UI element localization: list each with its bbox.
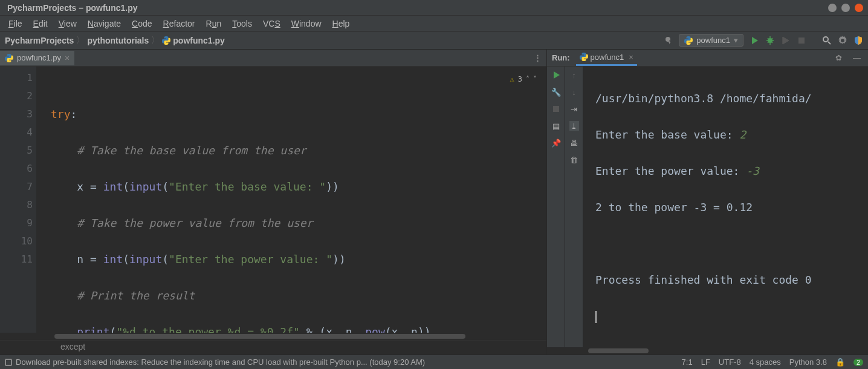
file-encoding[interactable]: UTF-8	[719, 358, 741, 367]
run-config-dropdown[interactable]: powfunc1 ▾	[679, 34, 743, 47]
run-coverage-icon[interactable]	[781, 36, 791, 45]
output-line: Enter the power value: -3	[595, 162, 866, 180]
run-title-label: Run:	[552, 53, 570, 62]
menu-file[interactable]: File	[5, 18, 26, 30]
status-text: Download pre-built shared indexes: Reduc…	[16, 358, 425, 367]
menu-view[interactable]: View	[55, 18, 80, 30]
run-tool-window: Run: powfunc1 × ✿ — 🔧 ▤ 📌 ↑ ↓	[546, 50, 868, 354]
hide-tool-window-icon[interactable]: —	[850, 53, 863, 62]
scroll-end-icon[interactable]: ⤓	[569, 121, 579, 131]
lock-icon[interactable]: 🔒	[835, 358, 845, 367]
pin-icon[interactable]: 📌	[551, 138, 561, 148]
window-controls	[828, 4, 863, 12]
print-icon[interactable]: 🖶	[569, 138, 579, 148]
rerun-icon[interactable]	[551, 70, 561, 80]
close-run-tab-icon[interactable]: ×	[629, 53, 633, 62]
svg-rect-3	[553, 106, 559, 112]
run-settings-gear-icon[interactable]: ✿	[833, 53, 844, 62]
context-crumb[interactable]: except	[60, 342, 85, 351]
close-tab-icon[interactable]: ×	[65, 53, 70, 63]
menu-refactor[interactable]: Refactor	[160, 18, 199, 30]
close-button[interactable]	[855, 4, 863, 12]
output-line	[595, 235, 866, 253]
next-highlight-icon[interactable]: ˅	[533, 70, 537, 88]
warning-count: 3	[518, 70, 522, 88]
output-line: Enter the base value: 2	[595, 126, 866, 144]
python-interpreter[interactable]: Python 3.8	[789, 358, 827, 367]
warning-icon: ⚠	[510, 70, 514, 88]
search-icon[interactable]	[822, 36, 832, 45]
line-number-gutter: 1 2 3 4 5 6 7 8 9 10 11	[0, 67, 36, 333]
svg-rect-1	[798, 38, 805, 44]
run-console-output[interactable]: /usr/bin/python3.8 /home/fahmida/ Enter …	[583, 67, 868, 347]
tabs-more-icon[interactable]: ⋮	[529, 53, 546, 62]
statusbar: Download pre-built shared indexes: Reduc…	[0, 354, 868, 369]
minimize-button[interactable]	[828, 4, 837, 12]
prev-highlight-icon[interactable]: ˄	[526, 70, 530, 88]
crumb-folder[interactable]: pythontutorials	[87, 36, 149, 45]
editor-context-footer: except	[0, 340, 546, 354]
trash-icon[interactable]: 🗑	[569, 155, 579, 165]
notifications-badge[interactable]: 2	[853, 359, 863, 366]
breadcrumb: PycharmProjects 〉 pythontutorials 〉 powf…	[5, 35, 663, 46]
editor-body[interactable]: 1 2 3 4 5 6 7 8 9 10 11 ⚠ 3 ˄ ˅ try: # T…	[0, 67, 546, 333]
soft-wrap-icon[interactable]: ⇥	[569, 104, 579, 114]
menu-help[interactable]: Help	[329, 18, 354, 30]
crumb-file[interactable]: powfunc1.py	[162, 36, 225, 45]
crumb-project[interactable]: PycharmProjects	[5, 36, 74, 45]
tab-filename: powfunc1.py	[17, 53, 61, 62]
run-toolbar-primary: 🔧 ▤ 📌	[547, 67, 565, 347]
editor-horizontal-scrollbar[interactable]	[0, 333, 546, 340]
menubar: File Edit View Navigate Code Refactor Ru…	[0, 16, 868, 31]
menu-code[interactable]: Code	[128, 18, 155, 30]
settings-gear-icon[interactable]	[838, 36, 847, 45]
code-area[interactable]: ⚠ 3 ˄ ˅ try: # Take the base value from …	[36, 67, 546, 333]
menu-vcs[interactable]: VCS	[259, 18, 284, 30]
navbar: PycharmProjects 〉 pythontutorials 〉 powf…	[0, 31, 868, 50]
titlebar: PycharmProjects – powfunc1.py	[0, 0, 868, 16]
run-icon[interactable]	[750, 36, 759, 45]
run-horizontal-scrollbar[interactable]	[583, 347, 868, 354]
toolbar-right: powfunc1 ▾	[663, 34, 863, 47]
crumb-file-name: powfunc1.py	[173, 36, 225, 45]
line-separator[interactable]: LF	[701, 358, 710, 367]
caret-position[interactable]: 7:1	[682, 358, 693, 367]
maximize-button[interactable]	[841, 4, 850, 12]
stop-icon[interactable]	[551, 104, 561, 114]
main-content: powfunc1.py × ⋮ 1 2 3 4 5 6 7 8 9 10 11	[0, 50, 868, 354]
process-icon	[5, 359, 12, 366]
editor-tabs: powfunc1.py × ⋮	[0, 50, 546, 67]
run-config-label: powfunc1	[696, 36, 730, 45]
add-config-icon[interactable]	[663, 36, 673, 45]
menu-tools[interactable]: Tools	[228, 18, 256, 30]
status-message[interactable]: Download pre-built shared indexes: Reduc…	[5, 358, 682, 367]
run-body: 🔧 ▤ 📌 ↑ ↓ ⇥ ⤓ 🖶 🗑 /usr/bin/python3.8 /ho…	[547, 67, 868, 347]
down-stack-icon[interactable]: ↓	[569, 87, 579, 97]
editor-tab-powfunc1[interactable]: powfunc1.py ×	[0, 51, 75, 65]
stop-icon[interactable]	[797, 36, 806, 45]
menu-edit[interactable]: Edit	[30, 18, 51, 30]
wrench-icon[interactable]: 🔧	[551, 87, 561, 97]
output-line: /usr/bin/python3.8 /home/fahmida/	[595, 90, 866, 108]
indent-setting[interactable]: 4 spaces	[750, 358, 781, 367]
up-stack-icon[interactable]: ↑	[569, 70, 579, 80]
inspection-indicator[interactable]: ⚠ 3 ˄ ˅	[510, 70, 537, 88]
run-tab-label: powfunc1	[591, 53, 624, 62]
layout-icon[interactable]: ▤	[551, 121, 561, 131]
window-title: PycharmProjects – powfunc1.py	[7, 3, 828, 13]
shield-icon[interactable]	[853, 36, 863, 45]
debug-icon[interactable]	[765, 36, 775, 45]
menu-navigate[interactable]: Navigate	[84, 18, 125, 30]
menu-window[interactable]: Window	[288, 18, 325, 30]
editor-pane: powfunc1.py × ⋮ 1 2 3 4 5 6 7 8 9 10 11	[0, 50, 546, 354]
python-file-icon	[684, 36, 693, 45]
menu-run[interactable]: Run	[202, 18, 225, 30]
output-line: 2 to the power -3 = 0.12	[595, 198, 866, 217]
output-line: Process finished with exit code 0	[595, 271, 866, 289]
svg-point-2	[823, 37, 828, 42]
output-line	[595, 307, 866, 325]
status-right: 7:1 LF UTF-8 4 spaces Python 3.8 🔒 2	[682, 358, 863, 367]
python-file-icon	[162, 36, 170, 45]
run-tab-powfunc1[interactable]: powfunc1 ×	[576, 50, 637, 66]
chevron-right-icon: 〉	[76, 35, 85, 46]
